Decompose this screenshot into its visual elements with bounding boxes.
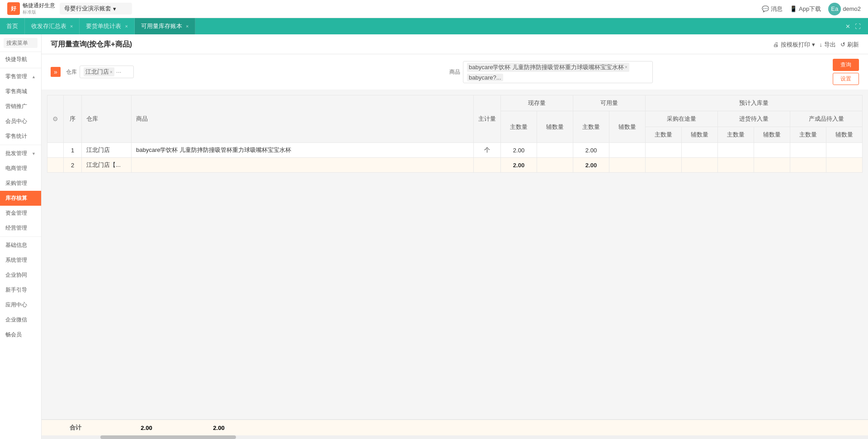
warehouse-filter-dots[interactable]: ···: [116, 68, 122, 76]
cell-unit-2: [474, 158, 501, 173]
app-icon: 📱: [790, 5, 797, 12]
cell-available-aux: [609, 143, 646, 158]
gear-icon[interactable]: ⚙: [52, 115, 58, 123]
data-table: ⚙ 序 仓库 商品 主计量 现存量 可用量 预计入库量 主数量 辅数量 主数量: [47, 95, 863, 173]
sidebar-item-inventory[interactable]: 库存核算: [0, 191, 41, 206]
tab-home[interactable]: 首页: [0, 18, 25, 34]
settings-button[interactable]: 设置: [833, 73, 859, 85]
tab-collect-close[interactable]: ×: [70, 24, 73, 29]
sidebar-item-retail-stat[interactable]: 零售统计: [0, 129, 41, 144]
user-label: demo2: [843, 5, 861, 12]
sidebar-item-marketing[interactable]: 营销推广: [0, 99, 41, 114]
top-bar: 好 畅捷通好生意 标准版 母婴行业演示账套 ▾ 💬 消息 📱 App下载 Ea …: [0, 0, 868, 18]
cell-available-main: 2.00: [573, 143, 609, 158]
cell-current-aux-2: [537, 158, 573, 173]
footer-label: 合计: [47, 424, 101, 432]
product-tag-1: babycare学饮杯 儿童防摔防撞吸管杯重力球吸嘴杯宝宝水杯 ×: [467, 63, 629, 72]
warehouse-tag-close[interactable]: ×: [110, 70, 113, 75]
sidebar-item-retail-mall[interactable]: 零售商城: [0, 84, 41, 99]
filter-bar: » 仓库 江北门店 × ··· 商品 babycare学饮杯 儿童防摔防撞吸管杯…: [42, 54, 868, 90]
cell-settings-2: [47, 158, 64, 173]
sidebar-item-newbie[interactable]: 新手引导: [0, 283, 41, 297]
sidebar-item-basic-info[interactable]: 基础信息: [0, 238, 41, 253]
cell-current-aux: [537, 143, 573, 158]
cell-warehouse: 江北门店: [82, 143, 132, 158]
sidebar-item-member2[interactable]: 畅会员: [0, 327, 41, 342]
sidebar-item-wechat[interactable]: 企业微信: [0, 312, 41, 327]
user-menu[interactable]: Ea demo2: [828, 3, 861, 15]
refresh-btn[interactable]: ↺ 刷新: [840, 41, 859, 49]
cell-current-main-2: 2.00: [501, 158, 537, 173]
tab-available-stock[interactable]: 可用量库存账本 ×: [135, 18, 195, 34]
cell-finished-main-2: [790, 158, 826, 173]
top-bar-right: 💬 消息 📱 App下载 Ea demo2: [762, 3, 861, 15]
warehouse-filter-group: 仓库 江北门店 × ···: [66, 66, 444, 78]
cell-warehouse-2: 江北门店【...: [82, 158, 132, 173]
query-button[interactable]: 查询: [833, 59, 859, 71]
page-actions: 🖨 按模板打印 ▾ ↓ 导出 ↺ 刷新: [773, 41, 859, 49]
sidebar-item-finance[interactable]: 资金管理: [0, 206, 41, 221]
warehouse-filter-input[interactable]: 江北门店 × ···: [80, 66, 134, 78]
product-filter-label: 商品: [449, 68, 460, 76]
page-header: 可用量查询(按仓库+商品) 🖨 按模板打印 ▾ ↓ 导出 ↺ 刷新: [42, 34, 868, 54]
export-btn[interactable]: ↓ 导出: [820, 41, 836, 49]
th-inbound-aux: 辅数量: [754, 127, 790, 143]
th-available-main: 主数量: [573, 111, 609, 143]
template-print-label: 按模板打印: [781, 41, 810, 49]
window-controls: ✕ ⛶: [845, 23, 868, 30]
sidebar-item-system[interactable]: 系统管理: [0, 253, 41, 268]
cell-num: 1: [64, 143, 82, 158]
sidebar: 快捷导航 零售管理 零售商城 营销推广 会员中心 零售统计 批发管理 电商管理 …: [0, 34, 42, 439]
sidebar-item-enterprise[interactable]: 企业协同: [0, 268, 41, 283]
logo-icon: 好: [7, 2, 20, 15]
th-current-aux: 辅数量: [537, 111, 573, 143]
cell-inbound-main-2: [718, 158, 754, 173]
window-maximize-icon[interactable]: ⛶: [855, 23, 861, 30]
sidebar-item-retail-mgmt[interactable]: 零售管理: [0, 69, 41, 84]
sidebar-item-quick-nav[interactable]: 快捷导航: [0, 52, 41, 67]
tab-order-stat[interactable]: 要货单统计表 ×: [80, 18, 134, 34]
logo-text: 畅捷通好生意: [23, 2, 55, 9]
refresh-label: 刷新: [847, 41, 859, 49]
logo-text-block: 畅捷通好生意 标准版: [23, 2, 55, 15]
product-filter-group: 商品 babycare学饮杯 儿童防摔防撞吸管杯重力球吸嘴杯宝宝水杯 × bab…: [449, 61, 827, 83]
table-scrollbar-thumb[interactable]: [100, 435, 236, 439]
sidebar-item-operation[interactable]: 经营管理: [0, 221, 41, 236]
th-finished-main: 主数量: [790, 127, 826, 143]
th-available-group: 可用量: [573, 95, 646, 111]
tab-collect[interactable]: 收发存汇总表 ×: [25, 18, 80, 34]
app-download-btn[interactable]: 📱 App下载: [790, 5, 821, 13]
cell-product-2: [132, 158, 474, 173]
cell-purchase-main: [646, 143, 682, 158]
export-icon: ↓: [820, 41, 823, 48]
footer-current-main: 2.00: [128, 425, 165, 431]
sidebar-search-input[interactable]: [4, 38, 38, 48]
sidebar-item-member[interactable]: 会员中心: [0, 114, 41, 129]
tab-available-stock-label: 可用量库存账本: [141, 22, 182, 30]
warehouse-tag: 江北门店 ×: [84, 67, 114, 76]
table-row: 1 江北门店 babycare学饮杯 儿童防摔防撞吸管杯重力球吸嘴杯宝宝水杯 个…: [47, 143, 863, 158]
table-scrollbar[interactable]: [42, 435, 868, 439]
cell-current-main: 2.00: [501, 143, 537, 158]
filter-expand-btn[interactable]: »: [51, 67, 61, 77]
industry-selector[interactable]: 母婴行业演示账套 ▾: [60, 3, 132, 14]
sidebar-item-purchase[interactable]: 采购管理: [0, 176, 41, 191]
product-filter-input[interactable]: babycare学饮杯 儿童防摔防撞吸管杯重力球吸嘴杯宝宝水杯 × babyca…: [463, 61, 653, 83]
sidebar-item-app-center[interactable]: 应用中心: [0, 297, 41, 312]
refresh-icon: ↺: [840, 41, 845, 48]
th-purchase-aux: 辅数量: [682, 127, 718, 143]
cell-finished-aux-2: [826, 158, 863, 173]
page-title: 可用量查询(按仓库+商品): [51, 40, 132, 49]
sidebar-item-wholesale-mgmt[interactable]: 批发管理: [0, 146, 41, 161]
window-close-icon[interactable]: ✕: [845, 23, 850, 30]
template-print-btn[interactable]: 🖨 按模板打印 ▾: [773, 41, 815, 49]
sidebar-item-ecommerce[interactable]: 电商管理: [0, 161, 41, 176]
th-settings: ⚙: [47, 95, 64, 143]
message-btn[interactable]: 💬 消息: [762, 5, 783, 13]
tab-available-stock-close[interactable]: ×: [186, 24, 189, 29]
tab-order-stat-close[interactable]: ×: [125, 24, 127, 29]
product-tag-1-close[interactable]: ×: [625, 65, 627, 70]
th-estimated-inbound-group: 预计入库量: [646, 95, 863, 111]
tab-collect-label: 收发存汇总表: [31, 22, 66, 30]
cell-settings: [47, 143, 64, 158]
